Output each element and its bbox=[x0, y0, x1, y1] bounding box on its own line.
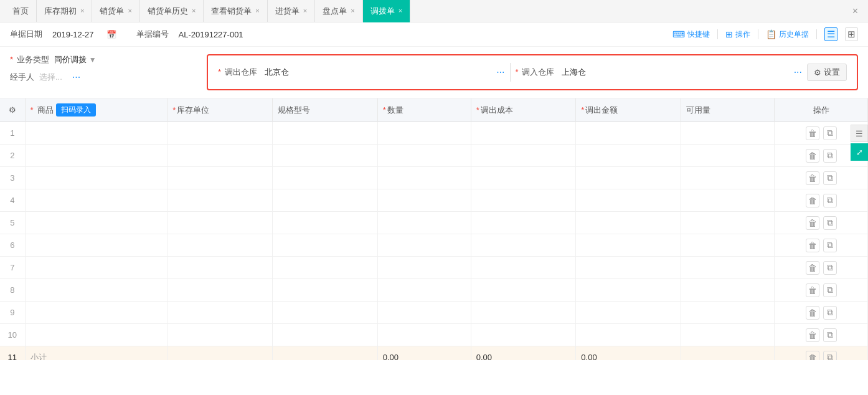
spec-cell-1[interactable] bbox=[273, 122, 378, 145]
copy-icon-5[interactable]: ⧉ bbox=[823, 216, 837, 230]
qty-cell-3[interactable] bbox=[377, 167, 471, 189]
copy-icon-1[interactable]: ⧉ bbox=[823, 126, 837, 140]
settings-button[interactable]: ⚙ 设置 bbox=[807, 64, 847, 81]
qty-cell-5[interactable] bbox=[377, 212, 471, 234]
out-warehouse-more-icon[interactable]: ··· bbox=[496, 67, 504, 78]
in-warehouse-more-icon[interactable]: ··· bbox=[794, 67, 802, 78]
shortcuts-btn[interactable]: ⌨ 快捷键 bbox=[672, 29, 710, 40]
copy-icon-7[interactable]: ⧉ bbox=[823, 261, 837, 275]
delete-icon-10[interactable]: 🗑 bbox=[806, 328, 819, 342]
person-input[interactable]: 选择... bbox=[39, 72, 62, 83]
cost-cell-1[interactable] bbox=[471, 122, 576, 145]
product-cell-10[interactable] bbox=[25, 324, 167, 346]
calendar-icon[interactable]: 📅 bbox=[106, 30, 116, 39]
cost-cell-10[interactable] bbox=[471, 324, 576, 346]
tab-view-sales[interactable]: 查看销货单 × bbox=[204, 0, 267, 22]
tab-purchase-close[interactable]: × bbox=[303, 7, 307, 14]
unit-cell-10[interactable] bbox=[167, 324, 273, 346]
person-more-icon[interactable]: ··· bbox=[72, 72, 80, 83]
copy-icon-10[interactable]: ⧉ bbox=[823, 328, 837, 342]
actions-btn[interactable]: ⊞ 操作 bbox=[725, 29, 750, 40]
tab-home[interactable]: 首页 bbox=[5, 0, 37, 22]
delete-icon-8[interactable]: 🗑 bbox=[806, 283, 819, 297]
spec-cell-5[interactable] bbox=[273, 212, 378, 234]
amount-cell-2[interactable] bbox=[576, 145, 681, 167]
th-gear[interactable]: ⚙ bbox=[0, 98, 25, 122]
unit-cell-9[interactable] bbox=[167, 302, 273, 324]
biz-type-select[interactable]: 同价调拨 ▼ bbox=[54, 54, 97, 65]
tab-sales-history-close[interactable]: × bbox=[192, 7, 196, 14]
amount-cell-1[interactable] bbox=[576, 122, 681, 145]
unit-cell-2[interactable] bbox=[167, 145, 273, 167]
cost-cell-4[interactable] bbox=[471, 189, 576, 212]
amount-cell-10[interactable] bbox=[576, 324, 681, 346]
copy-icon-9[interactable]: ⧉ bbox=[823, 306, 837, 320]
tab-view-sales-close[interactable]: × bbox=[255, 7, 259, 14]
tab-sales-order-close[interactable]: × bbox=[128, 7, 131, 14]
cost-cell-9[interactable] bbox=[471, 302, 576, 324]
amount-cell-7[interactable] bbox=[576, 257, 681, 279]
spec-cell-3[interactable] bbox=[273, 167, 378, 189]
delete-icon-6[interactable]: 🗑 bbox=[806, 239, 819, 252]
cost-cell-3[interactable] bbox=[471, 167, 576, 189]
history-btn[interactable]: 📋 历史单据 bbox=[766, 29, 809, 40]
product-cell-4[interactable] bbox=[25, 189, 167, 212]
delete-icon-7[interactable]: 🗑 bbox=[806, 261, 819, 275]
spec-cell-9[interactable] bbox=[273, 302, 378, 324]
unit-cell-7[interactable] bbox=[167, 257, 273, 279]
amount-cell-4[interactable] bbox=[576, 189, 681, 212]
delete-icon-1[interactable]: 🗑 bbox=[806, 126, 819, 140]
cost-cell-6[interactable] bbox=[471, 234, 576, 257]
spec-cell-7[interactable] bbox=[273, 257, 378, 279]
spec-cell-6[interactable] bbox=[273, 234, 378, 257]
amount-cell-8[interactable] bbox=[576, 279, 681, 302]
product-cell-6[interactable] bbox=[25, 234, 167, 257]
amount-cell-5[interactable] bbox=[576, 212, 681, 234]
scan-button[interactable]: 扫码录入 bbox=[56, 103, 96, 117]
qty-cell-6[interactable] bbox=[377, 234, 471, 257]
product-cell-9[interactable] bbox=[25, 302, 167, 324]
delete-icon[interactable]: 🗑 bbox=[806, 351, 819, 361]
copy-icon-8[interactable]: ⧉ bbox=[823, 283, 837, 297]
tab-sales-history[interactable]: 销货单历史 × bbox=[140, 0, 204, 22]
delete-icon-4[interactable]: 🗑 bbox=[806, 194, 819, 207]
tab-inventory-init[interactable]: 库存期初 × bbox=[37, 0, 92, 22]
cost-cell-2[interactable] bbox=[471, 145, 576, 167]
copy-icon-2[interactable]: ⧉ bbox=[823, 149, 837, 163]
layout1-btn[interactable]: ☰ bbox=[824, 27, 837, 41]
layout2-btn[interactable]: ⊞ bbox=[845, 27, 858, 41]
qty-cell-4[interactable] bbox=[377, 189, 471, 212]
copy-icon-3[interactable]: ⧉ bbox=[823, 171, 837, 185]
unit-cell-1[interactable] bbox=[167, 122, 273, 145]
qty-cell-9[interactable] bbox=[377, 302, 471, 324]
delete-icon-5[interactable]: 🗑 bbox=[806, 216, 819, 230]
tab-bar-close-button[interactable]: × bbox=[852, 6, 858, 17]
cost-cell-7[interactable] bbox=[471, 257, 576, 279]
delete-icon-9[interactable]: 🗑 bbox=[806, 306, 819, 320]
tab-stocktake-close[interactable]: × bbox=[351, 7, 354, 14]
unit-cell-8[interactable] bbox=[167, 279, 273, 302]
copy-icon[interactable]: ⧉ bbox=[823, 351, 837, 361]
unit-cell-4[interactable] bbox=[167, 189, 273, 212]
tab-inventory-init-close[interactable]: × bbox=[80, 7, 84, 14]
tab-stocktake[interactable]: 盘点单 × bbox=[315, 0, 362, 22]
panel-expand-icon[interactable]: ⤢ bbox=[851, 143, 868, 161]
copy-icon-6[interactable]: ⧉ bbox=[823, 239, 837, 252]
delete-icon-2[interactable]: 🗑 bbox=[806, 149, 819, 163]
product-cell-5[interactable] bbox=[25, 212, 167, 234]
unit-cell-3[interactable] bbox=[167, 167, 273, 189]
qty-cell-2[interactable] bbox=[377, 145, 471, 167]
product-cell-8[interactable] bbox=[25, 279, 167, 302]
amount-cell-6[interactable] bbox=[576, 234, 681, 257]
unit-cell-5[interactable] bbox=[167, 212, 273, 234]
amount-cell-9[interactable] bbox=[576, 302, 681, 324]
copy-icon-4[interactable]: ⧉ bbox=[823, 194, 837, 207]
delete-icon-3[interactable]: 🗑 bbox=[806, 171, 819, 185]
table-wrapper[interactable]: ⚙ * 商品 扫码录入 *库存单位 规格型号 *数量 bbox=[0, 98, 868, 360]
product-cell-7[interactable] bbox=[25, 257, 167, 279]
tab-transfer-close[interactable]: × bbox=[399, 7, 402, 14]
spec-cell-4[interactable] bbox=[273, 189, 378, 212]
product-cell-1[interactable] bbox=[25, 122, 167, 145]
spec-cell-2[interactable] bbox=[273, 145, 378, 167]
tab-purchase[interactable]: 进货单 × bbox=[268, 0, 315, 22]
